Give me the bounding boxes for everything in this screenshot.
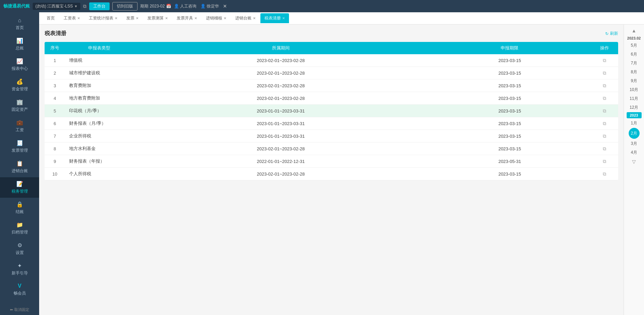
switch-old-button[interactable]: 切到旧版 xyxy=(112,2,138,11)
cell-period: 2023-02-01~2023-02-28 xyxy=(133,54,429,67)
tab-invoice-calc-close[interactable]: ✕ xyxy=(165,16,168,20)
tab-invoice-calc-label: 发票测算 xyxy=(147,15,164,21)
sidebar-item-ledger[interactable]: 📊 总账 xyxy=(0,34,39,55)
tab-invoice-close[interactable]: ✕ xyxy=(136,16,139,20)
sidebar-unpin-footer[interactable]: ⬅ 取消固定 xyxy=(0,304,39,315)
calendar-icon[interactable]: 📅 xyxy=(166,4,171,9)
action-view-icon[interactable]: ⧉ xyxy=(603,58,606,63)
action-view-icon[interactable]: ⧉ xyxy=(603,108,606,114)
sidebar-item-tax[interactable]: 📝 税务管理 xyxy=(0,177,39,198)
month-item-2-active[interactable]: 2月 xyxy=(629,128,640,139)
month-item-9[interactable]: 9月 xyxy=(627,77,642,85)
tab-tax-clear-close[interactable]: ✕ xyxy=(282,16,285,20)
tab-invoice-open-close[interactable]: ✕ xyxy=(194,16,197,20)
action-view-icon[interactable]: ⧉ xyxy=(603,133,606,139)
sidebar-item-archive[interactable]: 📁 归档管理 xyxy=(0,218,39,239)
sidebar-item-member[interactable]: V 畅会员 xyxy=(0,280,39,300)
cell-type: 企业所得税 xyxy=(65,130,133,142)
tab-invoice-open[interactable]: 发票开具 ✕ xyxy=(173,13,201,23)
cell-no: 7 xyxy=(45,130,65,142)
cell-period: 2023-02-01~2023-02-28 xyxy=(133,67,429,79)
month-item-1[interactable]: 1月 xyxy=(627,119,642,127)
action-view-icon[interactable]: ⧉ xyxy=(603,121,606,126)
tab-invoice[interactable]: 发票 ✕ xyxy=(122,13,143,23)
user-menu-button[interactable]: 👤 徐淀华 xyxy=(200,3,219,9)
tab-home[interactable]: 首页 xyxy=(43,13,59,23)
sidebar-item-settings[interactable]: ⚙ 设置 xyxy=(0,239,39,259)
table-row: 5 印花税（月/季） 2023-01-01~2023-03-31 2023-03… xyxy=(45,105,618,117)
month-item-11[interactable]: 11月 xyxy=(627,94,642,103)
user-name: 徐淀华 xyxy=(207,3,219,9)
action-view-icon[interactable]: ⧉ xyxy=(603,95,606,101)
sidebar-label-salary: 工资 xyxy=(16,127,24,133)
refresh-button[interactable]: ↻ 刷新 xyxy=(605,31,618,36)
tab-salary-report[interactable]: 工资统计报表 ✕ xyxy=(85,13,122,23)
tab-salary[interactable]: 工资表 ✕ xyxy=(60,13,84,23)
cell-no: 5 xyxy=(45,105,65,117)
sidebar-item-fixed[interactable]: 🏢 固定资产 xyxy=(0,95,39,116)
tab-salary-close[interactable]: ✕ xyxy=(77,16,80,20)
month-item-3[interactable]: 3月 xyxy=(627,139,642,148)
cell-no: 4 xyxy=(45,92,65,105)
main-layout: ⌂ 首页 📊 总账 📈 报表中心 💰 资金管理 🏢 固定资产 💼 工资 🧾 发票… xyxy=(0,12,644,315)
action-view-icon[interactable]: ⧉ xyxy=(603,83,606,88)
action-view-icon[interactable]: ⧉ xyxy=(603,146,606,151)
human-consult-button[interactable]: 👤 人工咨询 xyxy=(174,3,196,9)
close-window-button[interactable]: ✕ xyxy=(223,3,227,9)
table-row: 6 财务报表（月/季） 2023-01-01~2023-03-31 2023-0… xyxy=(45,117,618,130)
sidebar-label-tax: 税务管理 xyxy=(12,189,28,194)
tab-purchase-verify[interactable]: 进销稽核 ✕ xyxy=(202,13,230,23)
tab-salary-report-label: 工资统计报表 xyxy=(89,15,113,21)
table-row: 10 个人所得税 2023-02-01~2023-02-28 2023-03-1… xyxy=(45,168,618,180)
action-view-icon[interactable]: ⧉ xyxy=(603,171,606,177)
tax-icon: 📝 xyxy=(16,181,23,187)
sidebar-item-report[interactable]: 📈 报表中心 xyxy=(0,55,39,75)
panel-up-arrow[interactable]: ▲ xyxy=(629,26,639,35)
tab-salary-report-close[interactable]: ✕ xyxy=(115,16,117,20)
sidebar-item-guide[interactable]: ✦ 新手引导 xyxy=(0,259,39,280)
month-item-8[interactable]: 8月 xyxy=(627,68,642,76)
settings-icon: ⚙ xyxy=(17,242,22,249)
sidebar-label-report: 报表中心 xyxy=(12,66,28,72)
table-row: 1 增值税 2023-02-01~2023-02-28 2023-03-15 ⧉ xyxy=(45,54,618,67)
month-item-12[interactable]: 12月 xyxy=(627,103,642,111)
table-row: 8 地方水利基金 2023-02-01~2023-02-28 2023-03-1… xyxy=(45,142,618,155)
sidebar-item-salary[interactable]: 💼 工资 xyxy=(0,116,39,136)
cell-deadline: 2023-05-31 xyxy=(429,155,591,168)
cell-type: 地方教育费附加 xyxy=(65,92,133,105)
cell-type: 印花税（月/季） xyxy=(65,105,133,117)
cell-deadline: 2023-03-15 xyxy=(429,142,591,155)
tab-tax-clear[interactable]: 税表清册 ✕ xyxy=(260,13,289,23)
month-item-7[interactable]: 7月 xyxy=(627,59,642,67)
col-header-action: 操作 xyxy=(591,42,618,54)
sidebar-item-reconcile[interactable]: 📋 进销台账 xyxy=(0,157,39,177)
table-row: 3 教育费附加 2023-02-01~2023-02-28 2023-03-15… xyxy=(45,79,618,92)
cell-action: ⧉ xyxy=(591,67,618,79)
tab-purchase-verify-close[interactable]: ✕ xyxy=(224,16,226,20)
page-header: 税表清册 ↻ 刷新 xyxy=(45,30,618,37)
sidebar-item-close[interactable]: 🔒 结账 xyxy=(0,198,39,218)
workbench-button[interactable]: 工作台 xyxy=(89,2,110,10)
month-item-5[interactable]: 5月 xyxy=(627,41,642,49)
action-view-icon[interactable]: ⧉ xyxy=(603,70,606,76)
tab-tax-clear-label: 税表清册 xyxy=(264,15,281,21)
panel-down-arrow[interactable]: ▽ xyxy=(629,157,639,166)
tax-table: 序号 申报表类型 所属期间 申报期限 操作 1 增值税 2023-02-01~2… xyxy=(45,42,618,180)
tab-invoice-calc[interactable]: 发票测算 ✕ xyxy=(143,13,172,23)
month-item-10[interactable]: 10月 xyxy=(627,86,642,94)
company-selector[interactable]: (勿动) 江西服宝-LSS ▼ xyxy=(33,3,80,10)
sidebar-item-funds[interactable]: 💰 资金管理 xyxy=(0,75,39,95)
action-view-icon[interactable]: ⧉ xyxy=(603,159,606,164)
sidebar-item-home[interactable]: ⌂ 首页 xyxy=(0,14,39,34)
tab-invoice-label: 发票 xyxy=(126,15,134,21)
month-item-6[interactable]: 6月 xyxy=(627,50,642,58)
refresh-icon: ↻ xyxy=(605,31,609,36)
tab-purchase-ledger-close[interactable]: ✕ xyxy=(253,16,256,20)
cell-period: 2023-01-01~2023-03-31 xyxy=(133,105,429,117)
tab-purchase-ledger[interactable]: 进销台账 ✕ xyxy=(231,13,260,23)
cell-no: 6 xyxy=(45,117,65,130)
month-item-4[interactable]: 4月 xyxy=(627,148,642,156)
sidebar-item-invoice[interactable]: 🧾 发票管理 xyxy=(0,136,39,157)
cell-type: 教育费附加 xyxy=(65,79,133,92)
copy-button[interactable]: ⧉ xyxy=(83,3,86,9)
